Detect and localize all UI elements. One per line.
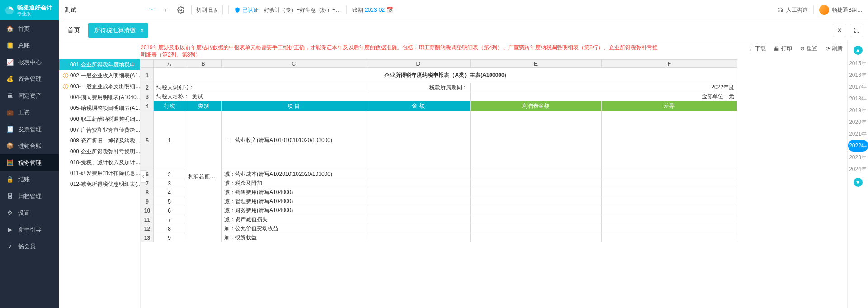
nav-item-1[interactable]: 📒总账: [0, 37, 59, 54]
amount-cell[interactable]: [366, 111, 470, 170]
rownum-cell[interactable]: 5: [154, 197, 185, 206]
row-11[interactable]: 11: [141, 215, 154, 224]
period[interactable]: 账期 2023-02 📅: [352, 6, 393, 14]
profit-cell[interactable]: [470, 206, 601, 215]
rownum-cell[interactable]: 2: [154, 170, 185, 179]
sheet-item-3[interactable]: 004-期间费用明细表(A1040…: [59, 92, 140, 103]
col-C[interactable]: C: [222, 60, 366, 68]
year-2015年[interactable]: 2015年: [848, 57, 868, 69]
rownum-cell[interactable]: 8: [154, 224, 185, 233]
nav-item-0[interactable]: 🏠首页: [0, 20, 59, 37]
year-up-icon[interactable]: ▲: [854, 46, 863, 55]
rownum-cell[interactable]: 1: [154, 111, 185, 170]
nav-item-6[interactable]: 🧾发票管理: [0, 121, 59, 137]
add-icon[interactable]: ＋: [160, 5, 170, 15]
row-1[interactable]: 1: [141, 68, 154, 83]
diff-cell[interactable]: [601, 233, 737, 242]
row-8[interactable]: 8: [141, 188, 154, 197]
diff-cell[interactable]: [601, 206, 737, 215]
year-2022年[interactable]: 2022年: [848, 140, 868, 152]
diff-cell[interactable]: [601, 179, 737, 188]
sheet-item-10[interactable]: 011-研发费用加计扣除优惠…: [59, 168, 140, 179]
nav-item-7[interactable]: 📦进销台账: [0, 137, 59, 154]
amount-cell[interactable]: [366, 170, 470, 179]
row-13[interactable]: 13: [141, 233, 154, 242]
col-E[interactable]: E: [470, 60, 601, 68]
help-link[interactable]: 人工咨询: [777, 6, 808, 14]
item-cell[interactable]: 加：投资收益: [222, 233, 366, 242]
nav-item-3[interactable]: 💰资金管理: [0, 71, 59, 87]
item-cell[interactable]: 减：资产减值损失: [222, 215, 366, 224]
item-cell[interactable]: 减：销售费用(请写A104000): [222, 188, 366, 197]
row-2[interactable]: 2: [141, 83, 154, 92]
refresh-button[interactable]: ⟳刷新: [826, 45, 843, 52]
reset-button[interactable]: ↺重置: [800, 45, 817, 52]
amount-cell[interactable]: [366, 224, 470, 233]
nav-item-2[interactable]: 📈报表中心: [0, 54, 59, 71]
profit-cell[interactable]: [470, 197, 601, 206]
nav-item-10[interactable]: 🗄归档管理: [0, 188, 59, 204]
col-B[interactable]: B: [185, 60, 222, 68]
tab-close-button[interactable]: ✕: [833, 24, 846, 37]
year-2016年[interactable]: 2016年: [848, 69, 868, 81]
row-4[interactable]: 4: [141, 101, 154, 111]
nav-item-8[interactable]: 🧮税务管理: [0, 154, 59, 171]
rownum-cell[interactable]: 7: [154, 215, 185, 224]
item-cell[interactable]: 加：公允价值变动收益: [222, 224, 366, 233]
diff-cell[interactable]: [601, 215, 737, 224]
sheet-item-8[interactable]: 009-企业所得税弥补亏损明…: [59, 146, 140, 157]
year-2017年[interactable]: 2017年: [848, 81, 868, 93]
profit-cell[interactable]: [470, 188, 601, 197]
spreadsheet[interactable]: ‹ A B C D E F 1 企业所得税年度纳税申报表（A类）主表(A1000…: [141, 59, 847, 308]
fullscreen-icon[interactable]: [850, 24, 863, 37]
sheet-item-5[interactable]: 006-职工薪酬纳税调整明细…: [59, 114, 140, 124]
gear-icon[interactable]: [176, 5, 186, 15]
year-2023年[interactable]: 2023年: [848, 152, 868, 163]
sheet-item-0[interactable]: 001-企业所得税年度纳税申…: [59, 59, 140, 70]
tab-active[interactable]: 所得税汇算清缴 ×: [88, 23, 148, 38]
profit-cell[interactable]: [470, 233, 601, 242]
rownum-cell[interactable]: 9: [154, 233, 185, 242]
amount-cell[interactable]: [366, 206, 470, 215]
amount-cell[interactable]: [366, 197, 470, 206]
year-2020年[interactable]: 2020年: [848, 116, 868, 128]
item-cell[interactable]: 减：营业成本(请写A102010\102020\103000): [222, 170, 366, 179]
profit-cell[interactable]: [470, 111, 601, 170]
nav-item-11[interactable]: ⚙设置: [0, 204, 59, 221]
row-10[interactable]: 10: [141, 206, 154, 215]
year-down-icon[interactable]: ▼: [854, 178, 863, 187]
amount-cell[interactable]: [366, 179, 470, 188]
diff-cell[interactable]: [601, 170, 737, 179]
diff-cell[interactable]: [601, 111, 737, 170]
col-D[interactable]: D: [366, 60, 470, 68]
rownum-cell[interactable]: 6: [154, 206, 185, 215]
year-2019年[interactable]: 2019年: [848, 104, 868, 116]
nav-item-13[interactable]: ∨畅会员: [0, 238, 59, 255]
close-icon[interactable]: ×: [140, 27, 144, 34]
profit-cell[interactable]: [470, 179, 601, 188]
item-cell[interactable]: 一、营业收入(请写A101010\101020\103000): [222, 111, 366, 170]
row-3[interactable]: 3: [141, 92, 154, 101]
sheet-item-6[interactable]: 007-广告费和业务宣传费跨…: [59, 124, 140, 135]
user-menu[interactable]: 畅捷通B组…: [819, 5, 863, 15]
col-F[interactable]: F: [601, 60, 737, 68]
nav-item-4[interactable]: 🏛固定资产: [0, 87, 59, 104]
collapse-sheets-icon[interactable]: ‹: [141, 170, 146, 183]
tab-home[interactable]: 首页: [64, 26, 84, 34]
col-A[interactable]: A: [154, 60, 185, 68]
item-cell[interactable]: 减：管理费用(请写A104000): [222, 197, 366, 206]
nav-item-5[interactable]: 💼工资: [0, 104, 59, 121]
amount-cell[interactable]: [366, 215, 470, 224]
profit-cell[interactable]: [470, 215, 601, 224]
profit-cell[interactable]: [470, 170, 601, 179]
year-2021年[interactable]: 2021年: [848, 128, 868, 140]
sheet-item-11[interactable]: 012-减免所得税优惠明细表(…: [59, 179, 140, 190]
rownum-cell[interactable]: 4: [154, 188, 185, 197]
amount-cell[interactable]: [366, 188, 470, 197]
nav-item-9[interactable]: 🔒结账: [0, 171, 59, 188]
sheet-item-1[interactable]: !002-一般企业收入明细表(A1…: [59, 70, 140, 81]
row-9[interactable]: 9: [141, 197, 154, 206]
profit-cell[interactable]: [470, 224, 601, 233]
account-select[interactable]: 测试 ﹀: [65, 4, 155, 16]
diff-cell[interactable]: [601, 224, 737, 233]
